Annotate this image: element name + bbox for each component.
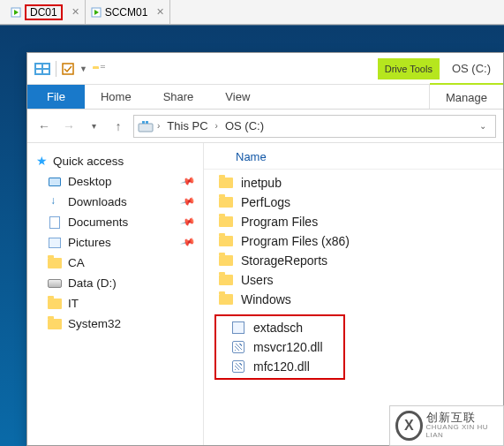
vm-tab-strip: DC01 ✕ SCCM01 ✕	[0, 0, 504, 25]
quick-access-header[interactable]: ★ Quick access	[33, 150, 198, 171]
breadcrumb-current[interactable]: OS (C:)	[222, 119, 267, 132]
vm-tab-label: SCCM01	[105, 6, 148, 19]
ribbon-manage-tab[interactable]: Manage	[430, 83, 503, 109]
file-row[interactable]: mfc120.dll	[216, 357, 343, 376]
file-list-pane: Name inetpubPerfLogsProgram FilesProgram…	[204, 143, 503, 445]
file-row[interactable]: extadsch	[216, 318, 343, 337]
file-row[interactable]: inetpub	[204, 173, 503, 193]
pictures-icon	[47, 237, 63, 249]
folder-icon	[218, 236, 234, 246]
remote-desktop: ▼ ⁼ Drive Tools OS (C:) File Home Share …	[0, 25, 504, 446]
folder-icon	[47, 298, 63, 310]
dll-icon	[230, 360, 246, 373]
file-name: Program Files (x86)	[241, 234, 350, 248]
svg-rect-12	[146, 121, 148, 124]
dll-icon	[230, 341, 246, 353]
nav-up-button[interactable]: ↑	[109, 117, 128, 136]
pin-icon: 📌	[180, 234, 197, 250]
drive-icon	[138, 120, 154, 132]
svg-rect-11	[142, 121, 145, 124]
nav-item-downloads[interactable]: Downloads📌	[33, 192, 198, 212]
drive-tools-contextual-tab[interactable]: Drive Tools	[378, 58, 440, 79]
svg-rect-8	[43, 70, 49, 73]
file-name: Users	[241, 273, 274, 287]
qat-properties-icon[interactable]	[62, 63, 74, 75]
file-row[interactable]: msvcr120.dll	[216, 337, 343, 357]
address-dropdown-icon[interactable]: ⌄	[474, 121, 492, 131]
file-row[interactable]: StorageReports	[204, 251, 503, 270]
file-row[interactable]: PerfLogs	[204, 193, 503, 212]
nav-forward-button: →	[59, 117, 79, 136]
nav-item-label: Desktop	[68, 175, 112, 188]
nav-item-label: Pictures	[68, 236, 111, 249]
file-name: Windows	[241, 292, 291, 306]
file-name: Program Files	[241, 215, 318, 229]
nav-item-pictures[interactable]: Pictures📌	[33, 232, 198, 253]
column-header-name[interactable]: Name	[204, 143, 503, 170]
folder-icon	[218, 216, 234, 227]
nav-item-ca[interactable]: CA	[33, 253, 198, 273]
close-icon[interactable]: ✕	[71, 6, 79, 18]
ribbon-home-tab[interactable]: Home	[85, 85, 147, 109]
address-bar-row: ← → ▾ ↑ › This PC › OS (C:) ⌄	[27, 110, 503, 143]
desktop-icon	[47, 176, 63, 188]
play-icon	[11, 7, 21, 18]
nav-item-label: Data (D:)	[68, 276, 117, 290]
ribbon-share-tab[interactable]: Share	[147, 85, 210, 109]
vm-tab-dc01[interactable]: DC01 ✕	[5, 0, 86, 24]
folder-icon	[218, 178, 234, 188]
navigation-pane: ★ Quick access Desktop📌Downloads📌Documen…	[27, 143, 204, 445]
watermark-text-cn: 创新互联	[426, 412, 498, 424]
svg-rect-10	[139, 124, 153, 132]
explorer-app-icon	[34, 63, 50, 75]
ribbon-file-tab[interactable]: File	[27, 85, 85, 109]
file-row[interactable]: Program Files (x86)	[204, 231, 503, 251]
pin-icon: 📌	[180, 214, 197, 230]
ribbon: File Home Share View Manage	[27, 85, 503, 110]
nav-item-system32[interactable]: System32	[33, 314, 198, 334]
svg-rect-5	[36, 64, 41, 68]
highlighted-file-group: extadschmsvcr120.dllmfc120.dll	[214, 314, 345, 380]
folder-icon	[218, 255, 234, 266]
nav-item-desktop[interactable]: Desktop📌	[33, 171, 198, 192]
nav-item-label: Downloads	[68, 195, 127, 208]
close-icon[interactable]: ✕	[156, 6, 164, 18]
file-name: extadsch	[253, 321, 303, 335]
explorer-body: ★ Quick access Desktop📌Downloads📌Documen…	[27, 143, 503, 445]
svg-rect-7	[36, 70, 41, 73]
vm-tab-label: DC01	[25, 4, 63, 20]
folder-icon	[218, 294, 234, 305]
watermark-text-en: CHUANG XIN HU LIAN	[426, 424, 498, 440]
nav-item-documents[interactable]: Documents📌	[33, 212, 198, 232]
quick-access-label: Quick access	[53, 155, 124, 168]
nav-item-label: IT	[68, 297, 79, 310]
chevron-down-icon[interactable]: ▼	[79, 64, 87, 73]
nav-item-label: Documents	[68, 215, 128, 229]
file-name: msvcr120.dll	[253, 340, 323, 354]
ribbon-view-tab[interactable]: View	[209, 85, 266, 109]
file-name: mfc120.dll	[253, 359, 310, 374]
documents-icon	[47, 216, 63, 229]
file-row[interactable]: Windows	[204, 290, 503, 309]
drive-icon	[47, 277, 63, 290]
chevron-right-icon[interactable]: ›	[155, 121, 162, 131]
nav-recent-dropdown[interactable]: ▾	[84, 117, 103, 136]
nav-item-label: System32	[68, 317, 121, 330]
pin-icon: 📌	[180, 173, 197, 189]
folder-icon	[47, 257, 63, 269]
breadcrumb-root[interactable]: This PC	[163, 119, 211, 132]
play-icon	[91, 7, 102, 18]
file-row[interactable]: Program Files	[204, 212, 503, 231]
file-row[interactable]: Users	[204, 270, 503, 290]
nav-back-button[interactable]: ←	[34, 117, 54, 136]
file-name: StorageReports	[241, 253, 327, 268]
nav-item-data-d-[interactable]: Data (D:)	[33, 273, 198, 293]
titlebar: ▼ ⁼ Drive Tools OS (C:)	[27, 53, 503, 85]
vm-tab-sccm01[interactable]: SCCM01 ✕	[86, 0, 171, 24]
address-bar[interactable]: › This PC › OS (C:) ⌄	[133, 115, 496, 138]
qat-overflow-icon[interactable]: ⁼	[98, 62, 108, 75]
nav-item-it[interactable]: IT	[33, 293, 198, 314]
chevron-right-icon[interactable]: ›	[214, 121, 220, 131]
folder-icon	[218, 275, 234, 285]
folder-icon	[47, 318, 63, 330]
